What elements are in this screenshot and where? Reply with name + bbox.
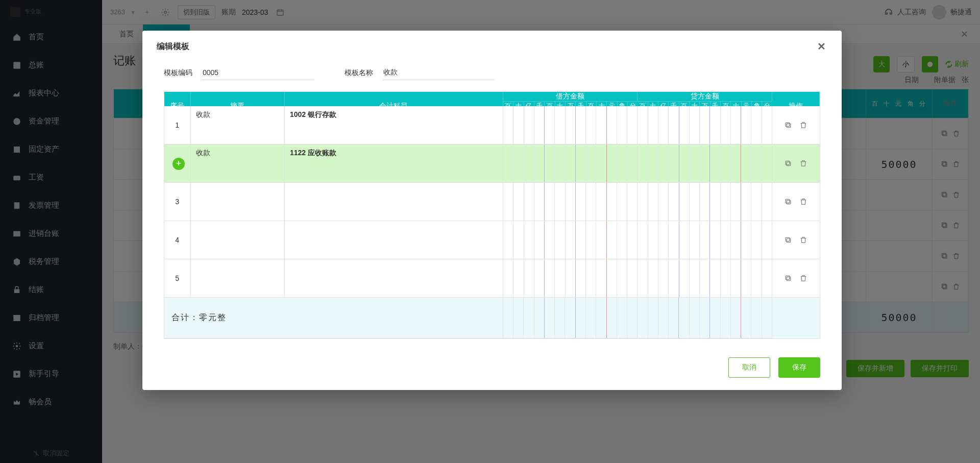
amount-digit-cell[interactable]: [576, 144, 586, 182]
amount-digit-cell[interactable]: [617, 298, 627, 338]
amount-digit-cell[interactable]: [679, 221, 690, 259]
amount-digit-cell[interactable]: [731, 106, 741, 144]
amount-digit-cell[interactable]: [762, 221, 772, 259]
row-summary[interactable]: 收款: [191, 106, 285, 144]
amount-digit-cell[interactable]: [731, 221, 741, 259]
amount-digit-cell[interactable]: [513, 221, 524, 259]
amount-digit-cell[interactable]: [576, 221, 586, 259]
row-debit[interactable]: [503, 144, 638, 183]
row-debit[interactable]: [503, 106, 638, 144]
copy-icon[interactable]: [784, 236, 792, 244]
amount-digit-cell[interactable]: [524, 259, 534, 297]
amount-digit-cell[interactable]: [534, 183, 545, 221]
row-credit[interactable]: [638, 144, 772, 183]
template-row[interactable]: 3: [164, 183, 820, 221]
amount-digit-cell[interactable]: [648, 259, 658, 297]
save-button[interactable]: 保存: [778, 357, 820, 378]
amount-digit-cell[interactable]: [721, 106, 731, 144]
amount-digit-cell[interactable]: [576, 106, 586, 144]
amount-digit-cell[interactable]: [700, 106, 710, 144]
cancel-button[interactable]: 取消: [728, 357, 770, 378]
amount-digit-cell[interactable]: [555, 144, 565, 182]
amount-digit-cell[interactable]: [648, 183, 658, 221]
amount-digit-cell[interactable]: [648, 106, 658, 144]
amount-digit-cell[interactable]: [710, 221, 720, 259]
amount-digit-cell[interactable]: [566, 144, 576, 182]
amount-digit-cell[interactable]: [607, 183, 617, 221]
amount-digit-cell[interactable]: [576, 183, 586, 221]
amount-digit-cell[interactable]: [586, 106, 596, 144]
amount-digit-cell[interactable]: [658, 259, 669, 297]
copy-icon[interactable]: [784, 198, 792, 206]
amount-digit-cell[interactable]: [731, 183, 741, 221]
amount-digit-cell[interactable]: [607, 106, 617, 144]
amount-digit-cell[interactable]: [658, 221, 669, 259]
amount-digit-cell[interactable]: [607, 144, 617, 182]
row-credit[interactable]: [638, 106, 772, 144]
row-summary[interactable]: [191, 183, 285, 221]
amount-digit-cell[interactable]: [710, 298, 720, 338]
amount-digit-cell[interactable]: [690, 259, 700, 297]
delete-icon[interactable]: [799, 159, 807, 167]
amount-digit-cell[interactable]: [710, 183, 720, 221]
amount-digit-cell[interactable]: [607, 298, 617, 338]
amount-digit-cell[interactable]: [555, 298, 565, 338]
row-credit[interactable]: [638, 259, 772, 298]
template-row[interactable]: 5: [164, 259, 820, 298]
delete-icon[interactable]: [799, 236, 807, 244]
amount-digit-cell[interactable]: [627, 259, 638, 297]
amount-digit-cell[interactable]: [513, 106, 524, 144]
amount-digit-cell[interactable]: [596, 298, 606, 338]
amount-digit-cell[interactable]: [700, 221, 710, 259]
amount-digit-cell[interactable]: [607, 221, 617, 259]
amount-digit-cell[interactable]: [566, 183, 576, 221]
amount-digit-cell[interactable]: [751, 259, 762, 297]
row-subject[interactable]: 1002 银行存款: [285, 106, 503, 144]
amount-digit-cell[interactable]: [534, 221, 545, 259]
amount-digit-cell[interactable]: [503, 221, 513, 259]
amount-digit-cell[interactable]: [503, 259, 513, 297]
amount-digit-cell[interactable]: [617, 106, 627, 144]
row-credit[interactable]: [638, 183, 772, 221]
amount-digit-cell[interactable]: [762, 144, 772, 182]
amount-digit-cell[interactable]: [607, 259, 617, 297]
amount-digit-cell[interactable]: [700, 183, 710, 221]
row-subject[interactable]: [285, 221, 503, 259]
amount-digit-cell[interactable]: [617, 221, 627, 259]
amount-digit-cell[interactable]: [596, 106, 606, 144]
amount-digit-cell[interactable]: [555, 106, 565, 144]
amount-digit-cell[interactable]: [741, 298, 751, 338]
template-code-input[interactable]: [202, 65, 314, 80]
amount-digit-cell[interactable]: [690, 183, 700, 221]
amount-digit-cell[interactable]: [627, 298, 638, 338]
amount-digit-cell[interactable]: [762, 106, 772, 144]
amount-digit-cell[interactable]: [596, 144, 606, 182]
amount-digit-cell[interactable]: [751, 221, 762, 259]
amount-digit-cell[interactable]: [658, 183, 669, 221]
add-row-button[interactable]: +: [173, 158, 185, 170]
amount-digit-cell[interactable]: [586, 144, 596, 182]
template-row[interactable]: +收款1122 应收账款: [164, 144, 820, 183]
amount-digit-cell[interactable]: [690, 221, 700, 259]
amount-digit-cell[interactable]: [721, 183, 731, 221]
amount-digit-cell[interactable]: [762, 259, 772, 297]
amount-digit-cell[interactable]: [669, 221, 679, 259]
amount-digit-cell[interactable]: [638, 183, 648, 221]
amount-digit-cell[interactable]: [555, 183, 565, 221]
amount-digit-cell[interactable]: [555, 259, 565, 297]
amount-digit-cell[interactable]: [617, 259, 627, 297]
amount-digit-cell[interactable]: [741, 144, 751, 182]
amount-digit-cell[interactable]: [566, 259, 576, 297]
amount-digit-cell[interactable]: [700, 298, 710, 338]
amount-digit-cell[interactable]: [503, 298, 513, 338]
amount-digit-cell[interactable]: [679, 183, 690, 221]
amount-digit-cell[interactable]: [524, 221, 534, 259]
amount-digit-cell[interactable]: [710, 259, 720, 297]
row-summary[interactable]: 收款: [191, 144, 285, 183]
amount-digit-cell[interactable]: [524, 106, 534, 144]
amount-digit-cell[interactable]: [586, 221, 596, 259]
amount-digit-cell[interactable]: [690, 144, 700, 182]
copy-icon[interactable]: [784, 159, 792, 167]
amount-digit-cell[interactable]: [638, 144, 648, 182]
amount-digit-cell[interactable]: [690, 298, 700, 338]
